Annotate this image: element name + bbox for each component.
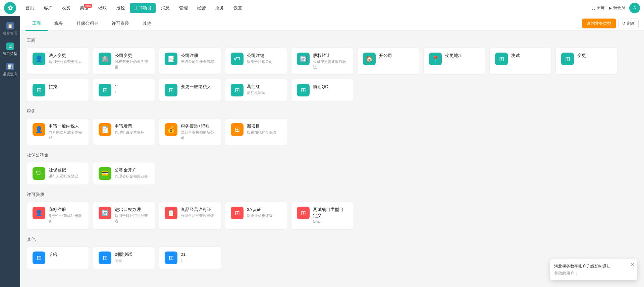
avatar[interactable]: A (629, 3, 640, 13)
card-title-2: 公司注册 (181, 53, 214, 59)
card-gehonghong[interactable]: ⊞ 葛红红 葛红红测试 (225, 79, 287, 101)
sidebar-item-project-manage[interactable]: 📋 项目管理 (0, 19, 20, 39)
card-faziren-biangeng[interactable]: 👤 法人变更 适用于公司变更法人 (27, 48, 89, 75)
card-biangeng-dizhi[interactable]: 📍 变更地址 (423, 48, 485, 75)
card-xk-desc-2: 办理食品经营许可证 (181, 213, 214, 218)
card-xk-desc-3: 对企业信誉评级 (247, 213, 273, 218)
section-xuke: 许可资质 👤 商标注册 用于企业商标注册服务 🔄 进出口权办理 适用于对外贸易经… (27, 192, 637, 230)
card-biangeng-납세[interactable]: ⊞ 变更一般纳税人 (159, 79, 221, 101)
card-desc-10: 1 (115, 90, 117, 95)
card-haha[interactable]: ⊞ 哈哈 (27, 246, 89, 269)
card-sb-desc-0: 进行人员社保登记 (49, 174, 78, 179)
card-title-1: 公司变更 (115, 53, 149, 59)
sidebar-item-project-type[interactable]: 🗂 项目类型 (0, 39, 20, 60)
card-lala[interactable]: ⊞ 拉拉 (27, 79, 89, 101)
sidebar-item-progress[interactable]: 📊 进度监测 (0, 60, 20, 80)
card-sb-icon-0: 🛡 (33, 167, 45, 180)
card-jinchuko-banli[interactable]: 🔄 进出口权办理 适用于对外贸易经营者 (93, 202, 155, 230)
card-kai-gongsi[interactable]: 🏠 开公司 (357, 48, 419, 75)
card-sw-desc-1: 办理申请发票业务 (115, 130, 144, 135)
card-sw-title-3: 新项目 (247, 123, 276, 129)
nav-bookkeep[interactable]: 记账 (94, 3, 111, 13)
fullscreen-icon: ⛶ (591, 6, 595, 10)
notification-close-button[interactable]: ✕ (631, 262, 635, 267)
card-xk-title-1: 进出口权办理 (115, 207, 149, 213)
shebao-card-grid: 🛡 社保登记 进行人员社保登记 💳 公积金开户 办理公积金相关业务 (27, 162, 637, 185)
card-title-8: 变更 (577, 53, 586, 59)
card-xk-icon-3: ⊞ (231, 207, 244, 219)
tab-shuiwu[interactable]: 税务 (48, 16, 70, 31)
card-qianqiqq[interactable]: ⊞ 前期QQ (291, 79, 353, 101)
card-ceshi[interactable]: ⊞ 测试 (489, 48, 551, 75)
card-xk-desc-4: 测试 (313, 219, 347, 224)
section-title-xuke: 许可资质 (27, 192, 637, 198)
card-one[interactable]: ⊞ 1 1 (93, 79, 155, 101)
project-type-icon: 🗂 (6, 43, 14, 50)
card-title-12: 葛红红 (247, 84, 265, 90)
card-shangbiao-zhuce[interactable]: 👤 商标注册 用于企业商标注册服务 (27, 202, 89, 230)
card-icon-0: 👤 (33, 53, 45, 65)
nav-tax[interactable]: 报税 (112, 3, 129, 13)
card-sw-desc-3: 报税加税控盘保管 (247, 130, 276, 135)
card-21[interactable]: ⊞ 21 1 (159, 246, 221, 269)
tab-list: 工商 税务 社保公积金 许可资质 其他 (25, 16, 158, 30)
card-xk-icon-4: ⊞ (297, 207, 310, 219)
card-qt-icon-2: ⊞ (165, 252, 177, 264)
card-title-10: 1 (115, 84, 117, 90)
tab-shebao[interactable]: 社保公积金 (70, 16, 105, 31)
card-icon-2: 📑 (165, 53, 177, 65)
card-xin-xiangmu[interactable]: ⊞ 新项目 报税加税控盘保管 (225, 118, 287, 145)
nav-message[interactable]: 消息 (157, 3, 174, 13)
card-xk-title-2: 食品经营许可证 (181, 207, 214, 213)
nav-customer[interactable]: 客户 (40, 3, 56, 13)
card-shenqing-fapiao[interactable]: 📄 申请发票 办理申请发票业务 (93, 118, 155, 145)
member-button[interactable]: ▶ 畅会员 (609, 5, 625, 11)
card-guquan-zhuanrang[interactable]: 🔄 股权转让 公司变更需要股权转让 (291, 48, 353, 75)
section-qita: 其他 ⊞ 哈哈 ⊞ 刘聪测试 测试 ⊞ (27, 236, 637, 269)
nav-home[interactable]: 首页 (21, 3, 38, 13)
card-shenqing-yiban[interactable]: 👤 申请一般纳税人 当月或次月成变更完成 (27, 118, 89, 145)
app-logo[interactable]: ✿ (4, 2, 16, 14)
card-3a-renzheng[interactable]: ⊞ 3A认证 对企业信誉评级 (225, 202, 287, 230)
card-sw-title-0: 申请一般纳税人 (49, 123, 83, 129)
nav-settings[interactable]: 设置 (229, 3, 246, 13)
nav-fee[interactable]: 收费 (58, 3, 74, 13)
add-business-type-button[interactable]: 新增业务类型 (582, 18, 616, 28)
card-sb-icon-1: 💳 (99, 167, 111, 180)
card-ceshi-xiangmu-leixing[interactable]: ⊞ 测试项目类型目定义 测试 (291, 202, 353, 230)
card-shuiwu-baodao[interactable]: 💰 税务报道+记账 拿到营业执照的新公司 (159, 118, 221, 145)
section-gongshang: 工商 👤 法人变更 适用于公司变更法人 🏢 公司变更 股权变更外的业务变更 (27, 38, 637, 101)
card-icon-6: 📍 (429, 53, 442, 65)
card-qt-desc-2: 1 (181, 258, 185, 263)
card-icon-1: 🏢 (99, 53, 111, 65)
nav-industry[interactable]: 工商项目 (130, 3, 156, 13)
fullscreen-button[interactable]: ⛶ 全屏 (591, 5, 605, 11)
card-gjj-kaihu[interactable]: 💳 公积金开户 办理公积金相关业务 (93, 162, 155, 185)
nav-service[interactable]: 服务 (211, 3, 228, 13)
card-gongsi-biangeng[interactable]: 🏢 公司变更 股权变更外的业务变更 (93, 48, 155, 75)
card-title-7: 测试 (511, 53, 520, 59)
card-xk-desc-0: 用于企业商标注册服务 (49, 213, 83, 224)
tab-xuke[interactable]: 许可资质 (105, 16, 136, 31)
card-biangeng2[interactable]: ⊞ 变更 (555, 48, 618, 75)
main-wrapper: 工商 税务 社保公积金 许可资质 其他 新增业务类型 ↺ 刷新 工商 👤 法人变… (20, 16, 644, 287)
sidebar: 📋 项目管理 🗂 项目类型 📊 进度监测 (0, 16, 20, 287)
tab-gongshang[interactable]: 工商 (25, 16, 48, 31)
card-gongsi-zhuce[interactable]: 📑 公司注册 申请公司注册全流程 (159, 48, 221, 75)
card-xk-icon-2: 📋 (165, 207, 177, 219)
card-sw-icon-0: 👤 (33, 123, 45, 136)
card-xk-icon-0: 👤 (33, 207, 45, 219)
nav-manage[interactable]: 管理 (175, 3, 192, 13)
nav-operation[interactable]: 经营 (193, 3, 210, 13)
card-xk-title-4: 测试项目类型目定义 (313, 207, 347, 219)
card-desc-4: 公司变更需要股权转让 (313, 59, 347, 70)
card-sw-icon-1: 📄 (99, 123, 111, 136)
card-gongsi-zhuxiao[interactable]: 🏷 公司注销 适用于注销公司 (225, 48, 287, 75)
card-liucong-ceshi[interactable]: ⊞ 刘聪测试 测试 (93, 246, 155, 269)
tab-qita[interactable]: 其他 (136, 16, 158, 31)
nav-ticket[interactable]: 票据 new (76, 3, 93, 13)
refresh-button[interactable]: ↺ 刷新 (619, 18, 639, 28)
card-icon-5: 🏠 (363, 53, 376, 65)
card-shipin-xuke[interactable]: 📋 食品经营许可证 办理食品经营许可证 (159, 202, 221, 230)
card-shebao-dengji[interactable]: 🛡 社保登记 进行人员社保登记 (27, 162, 89, 185)
